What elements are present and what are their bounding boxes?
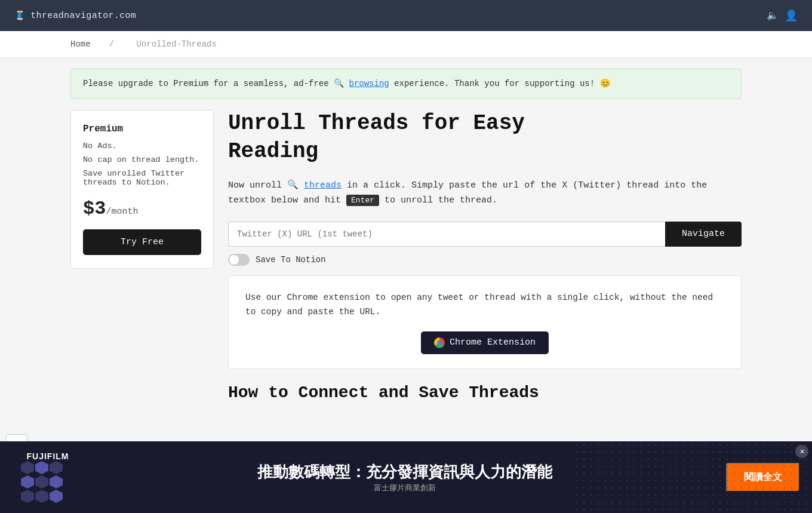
navigate-button[interactable]: Navigate <box>665 222 742 247</box>
breadcrumb-home[interactable]: Home <box>70 39 91 49</box>
try-free-button[interactable]: Try Free <box>83 229 201 255</box>
chrome-extension-box: Use our Chrome extension to open any twe… <box>228 275 742 369</box>
speaker-icon[interactable]: 🔈 <box>767 10 779 21</box>
premium-price-period: /month <box>106 207 138 217</box>
right-panel: Unroll Threads for EasyReading Now unrol… <box>228 110 742 402</box>
enter-key: Enter <box>346 195 379 206</box>
banner-text-after-content: experience. Thank you for supporting us! <box>394 79 595 88</box>
banner-smiley: 😊 <box>600 79 610 88</box>
premium-feature-2: No cap on thread length. <box>83 155 201 164</box>
url-input[interactable] <box>228 222 665 247</box>
threads-link[interactable]: threads <box>304 180 342 191</box>
site-logo[interactable]: 🧵 threadnavigator.com <box>14 10 136 21</box>
breadcrumb: Home / Unrolled-Threads <box>0 31 812 58</box>
banner-text-before: Please upgrade to Premium for a seamless… <box>83 79 329 88</box>
site-name: threadnavigator.com <box>30 11 136 21</box>
description: Now unroll 🔍 threads in a click. Simply … <box>228 178 742 208</box>
search-icon-banner: 🔍 <box>334 79 349 88</box>
breadcrumb-current: Unrolled-Threads <box>136 39 216 49</box>
desc-after: to unroll the thread. <box>385 195 497 205</box>
premium-feature-3: Save unrolled Twitter threads to Notion. <box>83 169 201 187</box>
logo-emoji: 🧵 <box>14 10 26 21</box>
chrome-icon-inner <box>437 340 442 345</box>
banner-link[interactable]: browsing <box>349 79 389 88</box>
notion-row: Save To Notion <box>228 254 742 266</box>
user-icon[interactable]: 👤 <box>785 9 798 22</box>
main-content: Premium No Ads. No cap on thread length.… <box>0 110 812 402</box>
chrome-box-text: Use our Chrome extension to open any twe… <box>245 290 724 320</box>
upgrade-banner: Please upgrade to Premium for a seamless… <box>70 69 742 99</box>
premium-feature-1: No Ads. <box>83 142 201 150</box>
premium-price: $3/month <box>83 198 201 220</box>
section-title: How to Connect and Save Threads <box>228 383 742 402</box>
premium-price-amount: $3 <box>83 198 106 220</box>
header-right: 🔈 👤 <box>767 9 798 22</box>
notion-label: Save To Notion <box>256 255 326 265</box>
chrome-icon <box>434 337 445 348</box>
header: 🧵 threadnavigator.com 🔈 👤 <box>0 0 812 31</box>
toggle-knob <box>229 255 239 265</box>
premium-title: Premium <box>83 124 201 134</box>
premium-card: Premium No Ads. No cap on thread length.… <box>70 110 214 269</box>
page-title: Unroll Threads for EasyReading <box>228 110 742 166</box>
desc-before: Now unroll <box>228 180 282 191</box>
url-input-row: Navigate <box>228 222 742 247</box>
chrome-extension-button[interactable]: Chrome Extension <box>421 331 549 354</box>
notion-toggle[interactable] <box>228 254 250 266</box>
search-icon-desc: 🔍 <box>287 180 304 191</box>
breadcrumb-separator: / <box>99 39 124 49</box>
chrome-ext-label: Chrome Extension <box>450 337 536 348</box>
